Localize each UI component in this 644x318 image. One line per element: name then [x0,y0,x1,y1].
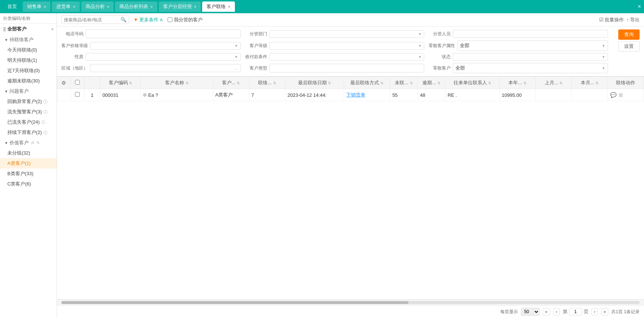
col-name-header[interactable]: 客户名称 ⇅ [141,77,213,89]
value-customers-refresh-icon[interactable]: ↺ [31,141,34,145]
tab-goods-analysis-list[interactable]: 商品分析列表 × [115,1,157,12]
sidebar-item-today[interactable]: 今天待联络(0) [0,45,57,55]
sidebar-item-lost-risk[interactable]: 流失预警客户(3) ⓘ [0,107,57,117]
my-customers-label: 我分管的客户 [174,17,203,23]
sidebar-group-value-customers[interactable]: ▼ 价值客户 ↺ ✎ [0,138,57,148]
payment-label: 收付款条件 [245,54,267,60]
sidebar-collapse-icon[interactable]: « [51,26,54,32]
sidebar-item-tomorrow[interactable]: 明天待联络(1) [0,55,57,66]
retail-attr-label: 零散客户属性 [429,43,455,49]
col-contact-label: 联络... [258,80,272,85]
qr-icon[interactable]: ⊞ [619,92,623,98]
chat-icon[interactable]: 💬 [610,92,616,98]
filter-icon: ▼ [133,17,138,22]
sidebar-item-repeat-abnormal[interactable]: 回购异常客户(2) ⓘ [0,96,57,107]
scrollbar-thumb[interactable] [61,301,408,304]
sidebar-item-lost[interactable]: 已流失客户(24) ⓘ [0,117,57,127]
sidebar-item-declining[interactable]: 持续下滑客户(2) ⓘ [0,127,57,138]
col-level-label: 客户... [222,80,236,85]
close-purchase-icon[interactable]: × [73,4,75,9]
person-input[interactable]: … [453,30,608,38]
batch-ops-button[interactable]: ☑ 批量操作 [599,17,624,23]
tab-sales[interactable]: 销售单 × [23,1,50,12]
col-settings-header[interactable]: ⚙ [57,77,71,89]
total-records-label: 共1页 1条记录 [611,309,640,315]
col-prev-header[interactable]: 往来单位联系人 ⇅ [445,77,499,89]
filter-cell-status: 状态 ▼ [429,53,612,61]
price-level-select[interactable]: ▼ [90,42,241,50]
retail-select[interactable]: 全部▼ [453,63,608,73]
query-button[interactable]: 查询 [618,29,640,40]
tab-home[interactable]: 首页 [3,1,21,12]
tab-customer-contact[interactable]: 客户联络 × [202,1,235,12]
sidebar-item-overdue[interactable]: 逾期未联络(30) [0,76,57,86]
filter-search-box[interactable]: 🔍 [61,15,129,24]
row-checkbox[interactable] [75,92,80,97]
col-code-header[interactable]: 客户编码 ⇅ [100,77,141,89]
nature-select[interactable]: ▼ [86,53,241,61]
value-customers-edit-icon[interactable]: ✎ [36,141,40,145]
region-input[interactable]: … [90,64,241,72]
dept-select[interactable]: ▼ [269,30,425,38]
sidebar-search-bar: 🔍 [0,13,57,24]
sidebar-search-input[interactable] [3,16,57,21]
batch-ops-icon: ☑ [599,17,604,22]
table-settings-button[interactable]: ⚙ [61,80,66,86]
export-button[interactable]: ↑ 导出 [627,17,640,23]
first-page-button[interactable]: « [543,308,550,315]
select-all-checkbox[interactable] [75,80,80,85]
data-table-area: ⚙ 客户编码 ⇅ 客户名称 ⇅ [57,77,644,299]
col-contact-header[interactable]: 联络... ⇅ [249,77,285,89]
close-goods-analysis-icon[interactable]: × [107,4,109,9]
next-page-button[interactable]: › [591,308,598,315]
setting-button[interactable]: 设置 [618,41,640,52]
page-size-select[interactable]: 20 50 100 200 [521,308,540,316]
sidebar-item-7days[interactable]: 近7天待联络(0) [0,66,57,76]
tab-goods-analysis[interactable]: 商品分析 × [81,1,114,12]
sidebar-group-pending-contact[interactable]: ▼ 待联络客户 [0,35,57,45]
row-method[interactable]: 下销货单 [346,92,365,98]
col-method-header[interactable]: 最后联络方式 ⇅ [344,77,390,89]
phone-input[interactable] [86,29,241,38]
col-unlevel-header[interactable]: 未联... ⇅ [390,77,418,89]
col-thismonth-header[interactable]: 本月... ⇅ [572,77,608,89]
col-lastmonth-sort-icon: ⇅ [559,81,562,85]
filter-more-button[interactable]: ▼ 更多条件 ∧ [133,17,163,23]
filter-search-icon[interactable]: 🔍 [121,17,126,22]
last-page-button[interactable]: » [601,308,609,315]
filter-row-3: 性质 ▼ 收付款条件 ▼ 状态 [61,53,612,61]
col-date-header[interactable]: 最后联络日期 ⇅ [285,77,344,89]
status-select[interactable]: ▼ [453,53,608,61]
col-lastmonth-header[interactable]: 上月... ⇅ [536,77,572,89]
close-all-button[interactable]: × [638,3,641,10]
sidebar-item-class-c[interactable]: C类客户(6) [0,179,57,189]
sidebar-item-class-b[interactable]: B类客户(33) [0,169,57,179]
customer-contact-tab-label: 客户联络 [207,3,226,10]
retail-attr-select[interactable]: 全部▼ [457,40,608,51]
horizontal-scrollbar[interactable] [57,299,644,305]
customer-level-label: 客户等级 [245,43,267,49]
tab-customer-segment[interactable]: 客户分层经营 × [159,1,201,12]
page-input[interactable] [569,308,582,315]
sidebar-item-class-a[interactable]: A类客户(1) [0,158,57,169]
prev-page-button[interactable]: ‹ [553,308,560,315]
all-customers-header[interactable]: ⣿ 全部客户 « [0,24,57,35]
customer-level-select[interactable]: ▼ [269,42,425,50]
close-customer-segment-icon[interactable]: × [194,4,196,9]
tab-purchase[interactable]: 进货单 × [52,1,79,12]
sidebar-group-problem-customers[interactable]: ▼ 问题客户 [0,86,57,96]
close-goods-analysis-list-icon[interactable]: × [150,4,153,9]
filter-search-input[interactable] [64,17,119,22]
close-customer-contact-icon[interactable]: × [228,4,230,9]
payment-select[interactable]: ▼ [269,53,425,61]
close-sales-icon[interactable]: × [44,4,46,9]
col-level-header[interactable]: 客户... ⇅ [213,77,249,89]
sidebar-item-unsorted[interactable]: 未分组(32) [0,148,57,158]
lost-risk-label: 流失预警客户(3) [7,109,42,115]
my-customers-checkbox[interactable] [168,17,172,22]
type-input[interactable] [269,64,425,73]
col-overdue-header[interactable]: 逾期... ⇅ [418,77,445,89]
filter-row-2: 客户价格等级 ▼ 客户等级 ▼ 零散客户属性 [61,40,612,51]
col-year-header[interactable]: 本年... ⇅ [499,77,535,89]
row-name-cell: Ea ? [141,89,213,101]
